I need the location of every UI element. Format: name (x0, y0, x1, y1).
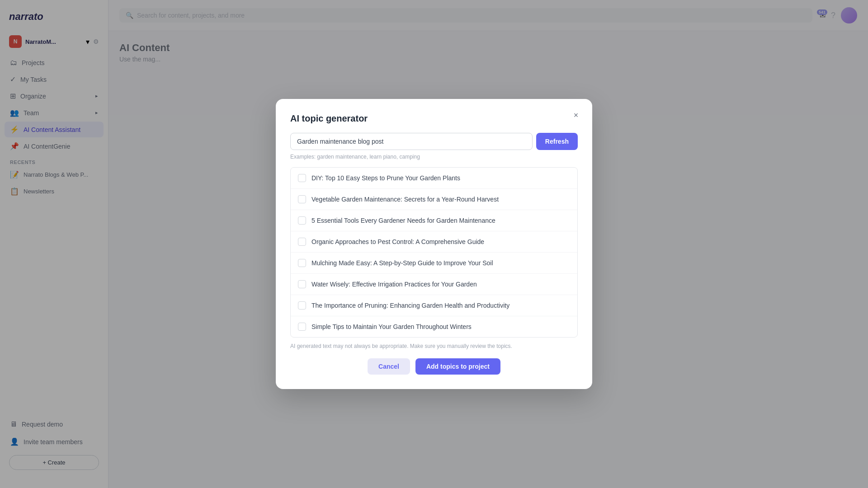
modal-close-button[interactable]: × (569, 108, 583, 122)
input-row: Refresh (290, 133, 578, 150)
topic-item-5[interactable]: Mulching Made Easy: A Step-by-Step Guide… (291, 253, 577, 274)
topic-text-5: Mulching Made Easy: A Step-by-Step Guide… (311, 259, 493, 267)
topic-checkbox-6[interactable] (298, 280, 306, 288)
topic-text-1: DIY: Top 10 Easy Steps to Prune Your Gar… (311, 174, 460, 182)
refresh-button[interactable]: Refresh (536, 133, 578, 150)
examples-text: Examples: garden maintenance, learn pian… (290, 154, 578, 160)
modal-title: AI topic generator (290, 113, 578, 124)
topic-text-6: Water Wisely: Effective Irrigation Pract… (311, 281, 477, 288)
topic-text-7: The Importance of Pruning: Enhancing Gar… (311, 302, 509, 309)
topic-checkbox-4[interactable] (298, 238, 306, 246)
ai-topic-generator-modal: AI topic generator × Refresh Examples: g… (276, 99, 592, 389)
topic-text-3: 5 Essential Tools Every Gardener Needs f… (311, 217, 495, 224)
topic-checkbox-7[interactable] (298, 301, 306, 310)
topic-item-4[interactable]: Organic Approaches to Pest Control: A Co… (291, 231, 577, 253)
modal-actions: Cancel Add topics to project (290, 358, 578, 375)
topic-input[interactable] (290, 133, 533, 150)
topic-checkbox-1[interactable] (298, 174, 306, 182)
topic-item-6[interactable]: Water Wisely: Effective Irrigation Pract… (291, 274, 577, 295)
topics-list: DIY: Top 10 Easy Steps to Prune Your Gar… (290, 167, 578, 338)
topic-text-8: Simple Tips to Maintain Your Garden Thro… (311, 323, 472, 330)
topic-item-7[interactable]: The Importance of Pruning: Enhancing Gar… (291, 295, 577, 316)
topic-text-2: Vegetable Garden Maintenance: Secrets fo… (311, 196, 499, 203)
topic-item-2[interactable]: Vegetable Garden Maintenance: Secrets fo… (291, 189, 577, 210)
topic-checkbox-3[interactable] (298, 216, 306, 225)
topic-checkbox-2[interactable] (298, 195, 306, 203)
topic-item-3[interactable]: 5 Essential Tools Every Gardener Needs f… (291, 210, 577, 231)
disclaimer-text: AI generated text may not always be appr… (290, 343, 578, 349)
topic-item-1[interactable]: DIY: Top 10 Easy Steps to Prune Your Gar… (291, 168, 577, 189)
topic-item-8[interactable]: Simple Tips to Maintain Your Garden Thro… (291, 316, 577, 337)
add-topics-button[interactable]: Add topics to project (415, 358, 500, 375)
topic-text-4: Organic Approaches to Pest Control: A Co… (311, 238, 484, 245)
modal-overlay: AI topic generator × Refresh Examples: g… (0, 0, 868, 488)
cancel-button[interactable]: Cancel (368, 358, 410, 375)
topic-checkbox-5[interactable] (298, 259, 306, 267)
topic-checkbox-8[interactable] (298, 323, 306, 331)
